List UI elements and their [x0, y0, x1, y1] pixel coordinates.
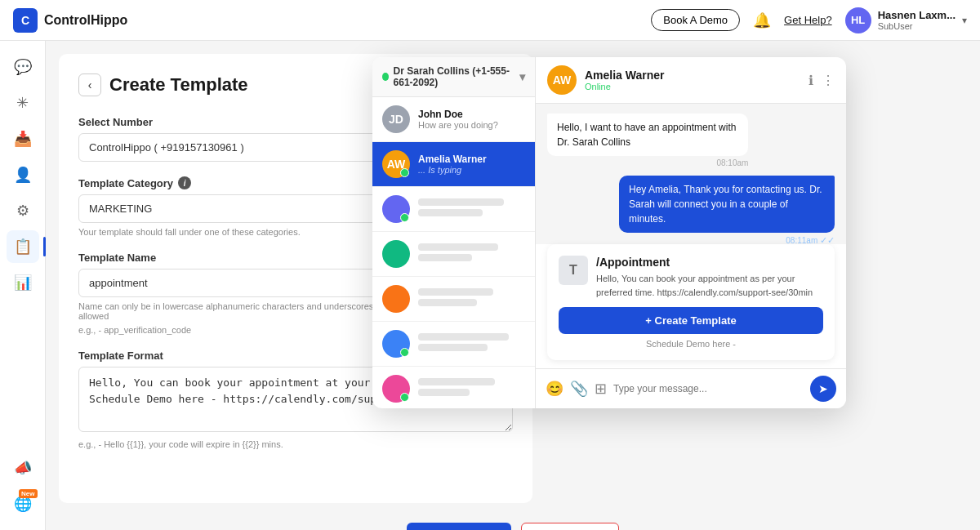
submit-button[interactable]: Submit — [407, 523, 510, 530]
bell-icon[interactable]: 🔔 — [753, 11, 771, 29]
skeleton-line — [418, 299, 477, 306]
sidebar-item-chart[interactable]: 📊 — [7, 266, 39, 299]
avatar: HL — [845, 7, 871, 33]
avatar: AW — [382, 150, 410, 178]
attachment-icon[interactable]: 📎 — [570, 380, 588, 398]
nav-right: Book A Demo 🔔 Get Help? HL Hasnen Laxm..… — [651, 7, 967, 33]
message-input[interactable] — [613, 383, 804, 394]
chat-right-header: AW Amelia Warner Online ℹ ⋮ — [536, 57, 846, 104]
avatar — [382, 330, 410, 358]
template-description: Hello, You can book your appointment as … — [596, 272, 823, 299]
avatar — [382, 375, 410, 403]
user-menu[interactable]: HL Hasnen Laxm... SubUser ▾ — [845, 7, 967, 33]
message: Hello, I want to have an appointment wit… — [547, 114, 748, 167]
chevron-down-icon: ▾ — [962, 15, 967, 26]
chat-conversation: AW Amelia Warner Online ℹ ⋮ Hello, I wan… — [536, 57, 846, 408]
skeleton-line — [418, 333, 509, 341]
contact-text: Amelia Warner ... Is typing — [418, 154, 525, 175]
logo-icon: C — [13, 8, 38, 33]
user-name-block: Hasnen Laxm... SubUser — [878, 9, 956, 31]
emoji-icon[interactable]: 😊 — [546, 380, 564, 398]
list-item[interactable] — [372, 277, 535, 322]
list-item[interactable]: JD John Doe How are you doing? — [372, 97, 535, 142]
new-badge: New — [19, 489, 37, 498]
contact-status: Online — [585, 82, 665, 91]
chat-contact-list: Dr Sarah Collins (+1-555-661-2092) ▾ JD … — [372, 57, 536, 408]
contact-avatar: AW — [547, 65, 577, 95]
skeleton-line — [418, 288, 493, 296]
more-options-icon[interactable]: ⋮ — [822, 73, 835, 88]
template-format-hint: e.g., - Hello {{1}}, your code will expi… — [78, 439, 513, 449]
template-suggestion-card: T /Appointment Hello, You can book your … — [547, 244, 835, 360]
message: Hey Amelia, Thank you for contacting us.… — [619, 176, 835, 244]
content-area: ‹ Create Template Select Number ControlH… — [46, 41, 980, 530]
user-role: SubUser — [878, 21, 956, 31]
list-item[interactable] — [372, 367, 535, 408]
list-item[interactable] — [372, 322, 535, 367]
skeleton-line — [418, 209, 483, 216]
contact-text: John Doe How are you doing? — [418, 109, 525, 130]
skeleton-line — [418, 198, 504, 206]
contact-name: John Doe — [418, 109, 525, 120]
contact-text — [418, 288, 525, 310]
user-name: Hasnen Laxm... — [878, 9, 956, 21]
channel-chevron-icon[interactable]: ▾ — [519, 70, 525, 83]
sidebar-item-template[interactable]: 📋 — [7, 230, 39, 263]
message-bubble: Hello, I want to have an appointment wit… — [547, 114, 748, 156]
contact-name: Amelia Warner — [585, 69, 665, 82]
read-check-icon: ✓✓ — [820, 235, 835, 244]
contact-text — [418, 243, 525, 265]
create-template-button[interactable]: + Create Template — [559, 307, 823, 334]
template-icon-btn[interactable]: ⊞ — [595, 380, 607, 398]
book-demo-button[interactable]: Book A Demo — [651, 9, 740, 31]
sidebar-item-grid[interactable]: ⚙ — [7, 194, 39, 227]
sidebar-item-person[interactable]: 👤 — [7, 158, 39, 191]
sidebar-item-asterisk[interactable]: ✳ — [7, 87, 39, 119]
message-bubble: Hey Amelia, Thank you for contacting us.… — [619, 176, 835, 233]
contact-text — [418, 198, 525, 220]
skeleton-line — [418, 344, 488, 351]
sidebar-item-chat[interactable]: 💬 — [7, 51, 39, 83]
template-title: /Appointment — [596, 256, 823, 269]
avatar — [382, 195, 410, 223]
skeleton-line — [418, 254, 472, 261]
chat-input-icons: 😊 📎 ⊞ — [546, 380, 607, 398]
send-button[interactable]: ➤ — [810, 376, 836, 402]
get-help-link[interactable]: Get Help? — [784, 14, 832, 26]
sidebar-item-megaphone[interactable]: 📣 — [7, 452, 39, 484]
avatar — [382, 285, 410, 313]
channel-name: Dr Sarah Collins (+1-555-661-2092) — [394, 65, 514, 88]
back-button[interactable]: ‹ — [78, 73, 101, 96]
whatsapp-icon — [382, 73, 389, 81]
chat-messages: Hello, I want to have an appointment wit… — [536, 104, 846, 244]
chat-input-area: 😊 📎 ⊞ ➤ — [536, 368, 846, 408]
list-item[interactable]: AW Amelia Warner ... Is typing — [372, 142, 535, 187]
list-item[interactable] — [372, 187, 535, 232]
message-time: 08:10am — [547, 158, 748, 167]
form-actions: Submit Cancel — [46, 523, 980, 530]
list-item[interactable] — [372, 232, 535, 277]
message-time: 08:11am ✓✓ — [619, 235, 835, 244]
contact-preview: How are you doing? — [418, 120, 525, 130]
contact-info: Amelia Warner Online — [585, 69, 665, 91]
page-title: Create Template — [109, 74, 248, 96]
app-name: ControlHippo — [44, 13, 127, 28]
info-icon[interactable]: ℹ — [808, 73, 813, 88]
info-icon: i — [178, 176, 191, 189]
contact-preview: ... Is typing — [418, 165, 525, 175]
top-navigation: C ControlHippo Book A Demo 🔔 Get Help? H… — [0, 0, 980, 41]
contact-text — [418, 378, 525, 399]
template-type-icon: T — [559, 256, 588, 285]
skeleton-line — [418, 378, 495, 385]
contact-text — [418, 333, 525, 354]
chat-overlay: Dr Sarah Collins (+1-555-661-2092) ▾ JD … — [372, 57, 846, 408]
avatar — [382, 240, 410, 268]
skeleton-line — [418, 389, 470, 396]
template-text: /Appointment Hello, You can book your ap… — [596, 256, 823, 299]
main-layout: 💬 ✳ 📥 👤 ⚙ 📋 📊 📣 🌐 New ‹ Create Template … — [0, 41, 980, 530]
sidebar-item-new[interactable]: 🌐 New — [7, 488, 39, 520]
contact-name: Amelia Warner — [418, 154, 525, 165]
sidebar-item-inbox[interactable]: 📥 — [7, 122, 39, 155]
cancel-button[interactable]: Cancel — [521, 523, 619, 530]
chat-header-icons: ℹ ⋮ — [808, 73, 835, 88]
